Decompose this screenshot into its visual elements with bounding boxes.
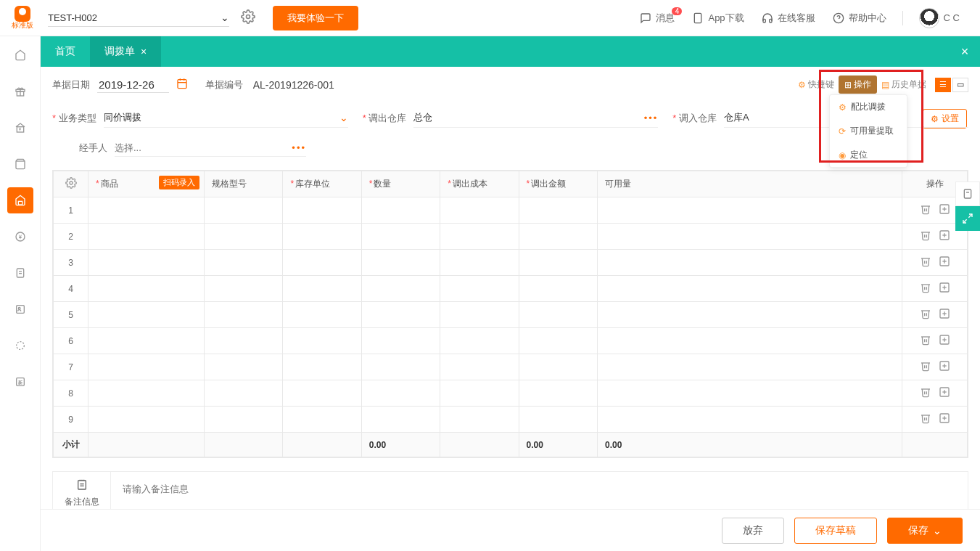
add-row-icon[interactable] bbox=[939, 386, 950, 400]
trial-button[interactable]: 我要体验一下 bbox=[273, 6, 358, 30]
svg-rect-11 bbox=[18, 201, 22, 205]
svg-rect-54 bbox=[78, 481, 86, 489]
out-warehouse-field[interactable]: * 调出仓库 总仓••• bbox=[363, 108, 659, 128]
add-row-icon[interactable] bbox=[939, 229, 950, 243]
discard-button[interactable]: 放弃 bbox=[722, 518, 784, 544]
nav-finance-icon[interactable]: ¥ bbox=[7, 224, 33, 250]
save-button[interactable]: 保存⌄ bbox=[887, 518, 963, 544]
org-selector[interactable]: TEST-H002 ⌄ bbox=[48, 9, 229, 27]
close-icon[interactable]: × bbox=[141, 46, 147, 57]
delete-row-icon[interactable] bbox=[920, 308, 931, 322]
nav-home-icon[interactable] bbox=[7, 42, 33, 68]
content: 单据日期 2019-12-26 单据编号 AL-20191226-001 ⚙快捷… bbox=[41, 67, 980, 551]
table-row[interactable]: 7 bbox=[54, 354, 968, 380]
add-row-icon[interactable] bbox=[939, 256, 950, 269]
app-logo: 标准版 bbox=[12, 6, 33, 30]
delete-row-icon[interactable] bbox=[920, 282, 931, 295]
delete-row-icon[interactable] bbox=[920, 256, 931, 269]
add-row-icon[interactable] bbox=[939, 360, 950, 374]
history-link[interactable]: ▤历史单据 bbox=[881, 78, 926, 91]
tab-home[interactable]: 首页 bbox=[41, 36, 90, 67]
nav-contact-icon[interactable] bbox=[7, 296, 33, 322]
op-menu-available[interactable]: ⟳可用量提取 bbox=[830, 119, 907, 143]
table-row[interactable]: 3 bbox=[54, 250, 968, 276]
chevron-down-icon: ⌄ bbox=[933, 525, 942, 536]
nav-bag-icon[interactable] bbox=[7, 151, 33, 177]
table-row[interactable]: 2 bbox=[54, 224, 968, 250]
delete-row-icon[interactable] bbox=[920, 386, 931, 400]
handler-field[interactable]: 经手人 ••• bbox=[52, 139, 306, 157]
col-qty: *数量 bbox=[361, 171, 440, 197]
online-service-link[interactable]: 在线客服 bbox=[762, 12, 815, 25]
close-all-tabs[interactable]: × bbox=[950, 36, 980, 67]
delete-row-icon[interactable] bbox=[920, 412, 931, 426]
app-download-link[interactable]: App下载 bbox=[692, 12, 744, 25]
svg-point-18 bbox=[18, 307, 20, 309]
operate-button[interactable]: ⊞操作 bbox=[839, 75, 877, 94]
col-goods: *商品扫码录入 bbox=[88, 171, 205, 197]
toolbar-group: ⚙快捷键 ⊞操作 ▤历史单据 ☰ ▭ bbox=[798, 75, 968, 94]
chevron-down-icon: ⌄ bbox=[339, 112, 348, 123]
nav-clipboard-icon[interactable] bbox=[7, 260, 33, 286]
svg-line-63 bbox=[963, 219, 967, 223]
add-row-icon[interactable] bbox=[939, 203, 950, 217]
delete-row-icon[interactable] bbox=[920, 334, 931, 348]
table-row[interactable]: 1 bbox=[54, 197, 968, 224]
more-icon[interactable]: ••• bbox=[644, 113, 659, 123]
nav-sync-icon[interactable] bbox=[7, 332, 33, 359]
add-row-icon[interactable] bbox=[939, 308, 950, 322]
table-row[interactable]: 5 bbox=[54, 302, 968, 328]
doc-no-label: 单据编号 bbox=[205, 78, 243, 91]
shortcut-link[interactable]: ⚙快捷键 bbox=[798, 78, 834, 91]
table-row[interactable]: 6 bbox=[54, 328, 968, 354]
table-row[interactable]: 9 bbox=[54, 407, 968, 433]
main-area: 首页 调拨单 × × 单据日期 2019-12-26 单据编号 AL-20191… bbox=[41, 36, 980, 551]
svg-text:新: 新 bbox=[18, 380, 22, 385]
op-menu-locate[interactable]: ◉定位 bbox=[830, 143, 907, 167]
message-icon bbox=[640, 12, 651, 24]
scan-entry-button[interactable]: 扫码录入 bbox=[159, 176, 199, 189]
row-number: 7 bbox=[54, 354, 88, 380]
delete-row-icon[interactable] bbox=[920, 360, 931, 374]
add-row-icon[interactable] bbox=[939, 282, 950, 295]
delete-row-icon[interactable] bbox=[920, 203, 931, 217]
col-gear[interactable] bbox=[54, 171, 88, 197]
view-grid-icon[interactable]: ▭ bbox=[952, 78, 968, 92]
nav-purchase-icon[interactable]: ¥ bbox=[7, 115, 33, 141]
table-row[interactable]: 8 bbox=[54, 380, 968, 407]
op-menu-ratio[interactable]: ⚙配比调拨 bbox=[830, 95, 907, 119]
messages-link[interactable]: 消息 4 bbox=[640, 12, 675, 25]
delete-row-icon[interactable] bbox=[920, 229, 931, 243]
nav-gift-icon[interactable] bbox=[7, 78, 33, 105]
user-menu[interactable]: C C bbox=[919, 8, 960, 28]
avatar bbox=[919, 8, 939, 28]
save-draft-button[interactable]: 保存草稿 bbox=[794, 518, 877, 544]
org-name: TEST-H002 bbox=[48, 12, 97, 23]
subtotal-row: 小计 0.00 0.00 0.00 bbox=[54, 433, 968, 457]
biz-type-field[interactable]: * 业务类型 同价调拨⌄ bbox=[52, 108, 348, 128]
table-row[interactable]: 4 bbox=[54, 276, 968, 302]
float-expand-icon[interactable] bbox=[955, 206, 980, 231]
row-number: 6 bbox=[54, 328, 88, 354]
add-row-icon[interactable] bbox=[939, 334, 950, 348]
nav-warehouse-icon[interactable] bbox=[7, 187, 33, 213]
top-header: 标准版 TEST-H002 ⌄ 我要体验一下 消息 4 App下载 在线客服 帮… bbox=[0, 0, 980, 36]
col-out-amount: *调出金额 bbox=[519, 171, 597, 197]
notes-input[interactable] bbox=[123, 483, 956, 494]
tab-transfer-order[interactable]: 调拨单 × bbox=[90, 36, 161, 67]
float-note-icon[interactable] bbox=[955, 181, 980, 206]
in-warehouse-field[interactable]: * 调入仓库 仓库A bbox=[672, 108, 968, 128]
date-label: 单据日期 bbox=[52, 78, 90, 91]
view-list-icon[interactable]: ☰ bbox=[935, 78, 951, 92]
nav-new-icon[interactable]: 新 bbox=[7, 369, 33, 395]
add-row-icon[interactable] bbox=[939, 412, 950, 426]
date-value[interactable]: 2019-12-26 bbox=[97, 77, 169, 93]
doc-no-value: AL-20191226-001 bbox=[253, 79, 334, 91]
help-center-link[interactable]: 帮助中心 bbox=[833, 12, 886, 25]
row-number: 4 bbox=[54, 276, 88, 302]
handler-input[interactable] bbox=[115, 142, 292, 153]
settings-icon[interactable] bbox=[241, 9, 255, 26]
more-icon[interactable]: ••• bbox=[292, 142, 306, 153]
calendar-icon[interactable] bbox=[176, 78, 188, 91]
float-rail bbox=[955, 181, 980, 231]
